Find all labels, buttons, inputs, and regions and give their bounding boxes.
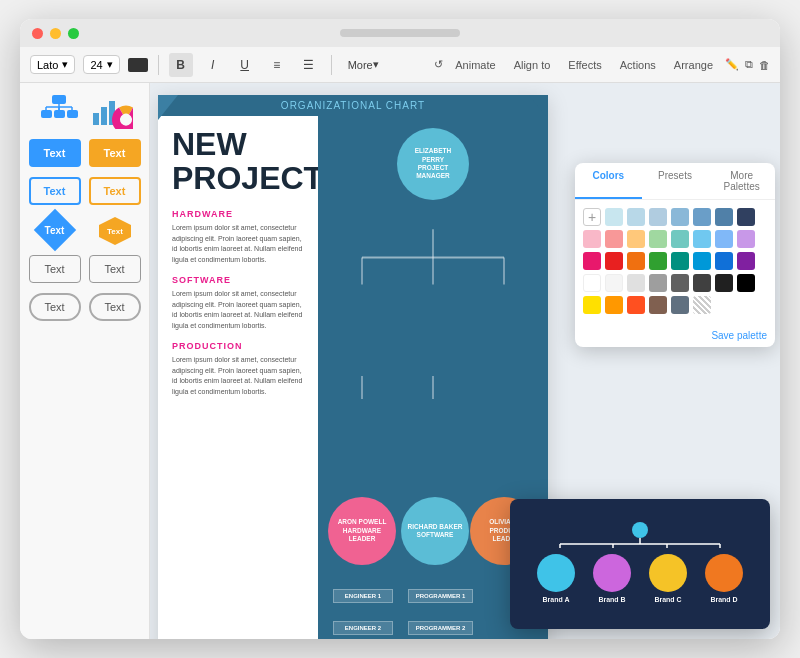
- shape-text-blue-outline-1[interactable]: Text: [29, 177, 81, 205]
- shape-text-plain-1[interactable]: Text: [29, 255, 81, 283]
- color-swatch-0-6[interactable]: [715, 208, 733, 226]
- color-swatch-2-0[interactable]: [583, 252, 601, 270]
- color-swatch-1-5[interactable]: [693, 230, 711, 248]
- color-swatch-4-0[interactable]: [583, 296, 601, 314]
- shape-text-circle-2[interactable]: Text: [89, 293, 141, 321]
- org-node-hardware: ARON POWELLHARDWARELEADER: [328, 497, 396, 565]
- canvas-area[interactable]: Organizational Chart NEW PROJECT HARDWAR…: [150, 83, 780, 639]
- color-swatch-3-7[interactable]: [737, 274, 755, 292]
- close-button[interactable]: [32, 28, 43, 39]
- more-button[interactable]: More ▾: [342, 53, 385, 77]
- underline-button[interactable]: U: [233, 53, 257, 77]
- shape-text-orange-outline-1[interactable]: Text: [89, 177, 141, 205]
- colors-tabs: Colors Presets More Palettes: [575, 163, 775, 200]
- color-swatch-2-5[interactable]: [693, 252, 711, 270]
- shape-hexagon[interactable]: Text: [89, 215, 141, 245]
- color-swatch-1-7[interactable]: [737, 230, 755, 248]
- preview-brand-c: Brand C: [649, 554, 687, 603]
- preview-nodes: Brand A Brand B Brand C Brand D: [537, 554, 743, 603]
- color-swatch-0-2[interactable]: [627, 208, 645, 226]
- font-selector[interactable]: Lato ▾: [30, 55, 75, 74]
- italic-button[interactable]: I: [201, 53, 225, 77]
- bold-button[interactable]: B: [169, 53, 193, 77]
- preview-card: Brand A Brand B Brand C Brand D: [510, 499, 770, 629]
- color-swatch-1-2[interactable]: [627, 230, 645, 248]
- colors-row-3: [583, 274, 767, 292]
- svg-rect-9: [93, 113, 99, 125]
- color-swatch-0-1[interactable]: [605, 208, 623, 226]
- bar-pie-chart-icon[interactable]: [89, 93, 133, 129]
- color-swatch-3-2[interactable]: [627, 274, 645, 292]
- color-swatch-3-5[interactable]: [693, 274, 711, 292]
- animate-button[interactable]: Animate: [449, 57, 501, 73]
- color-swatch[interactable]: [128, 58, 148, 72]
- color-swatch-4-2[interactable]: [627, 296, 645, 314]
- svg-rect-0: [52, 95, 66, 104]
- color-swatch-1-0[interactable]: [583, 230, 601, 248]
- svg-rect-10: [101, 107, 107, 125]
- color-swatch-0-4[interactable]: [671, 208, 689, 226]
- color-swatch-2-3[interactable]: [649, 252, 667, 270]
- color-swatch-1-6[interactable]: [715, 230, 733, 248]
- sidebar: Text Text Text Text Text Text: [20, 83, 150, 639]
- tab-more-palettes[interactable]: More Palettes: [708, 163, 775, 199]
- align-center-button[interactable]: ☰: [297, 53, 321, 77]
- tab-presets[interactable]: Presets: [642, 163, 709, 199]
- pen-icon[interactable]: ✏️: [725, 58, 739, 71]
- toolbar-right: ↺ Animate Align to Effects Actions Arran…: [434, 57, 770, 73]
- color-swatch-4-3[interactable]: [649, 296, 667, 314]
- color-swatch-3-3[interactable]: [649, 274, 667, 292]
- effects-button[interactable]: Effects: [562, 57, 607, 73]
- color-swatch-3-6[interactable]: [715, 274, 733, 292]
- tab-colors[interactable]: Colors: [575, 163, 642, 199]
- colors-row-2: [583, 252, 767, 270]
- colors-grid: +: [575, 200, 775, 326]
- color-swatch-0-3[interactable]: [649, 208, 667, 226]
- shape-text-circle-1[interactable]: Text: [29, 293, 81, 321]
- actions-button[interactable]: Actions: [614, 57, 662, 73]
- color-swatch-2-2[interactable]: [627, 252, 645, 270]
- color-swatch-3-1[interactable]: [605, 274, 623, 292]
- align-to-button[interactable]: Align to: [508, 57, 557, 73]
- color-swatch-3-4[interactable]: [671, 274, 689, 292]
- preview-brand-a: Brand A: [537, 554, 575, 603]
- copy-icon[interactable]: ⧉: [745, 58, 753, 71]
- svg-rect-3: [67, 110, 78, 118]
- trash-icon[interactable]: 🗑: [759, 59, 770, 71]
- color-swatch-4-4[interactable]: [671, 296, 689, 314]
- maximize-button[interactable]: [68, 28, 79, 39]
- color-swatch-2-1[interactable]: [605, 252, 623, 270]
- colors-row-4: [583, 296, 767, 314]
- filled-shapes-row: Text Text: [28, 139, 141, 167]
- org-chart-icon[interactable]: [37, 93, 81, 129]
- colors-row-1: [583, 230, 767, 248]
- font-chevron-icon: ▾: [62, 58, 68, 71]
- color-swatch-transparent[interactable]: [693, 296, 711, 314]
- shape-text-orange-1[interactable]: Text: [89, 139, 141, 167]
- font-size-selector[interactable]: 24 ▾: [83, 55, 119, 74]
- app-window: Lato ▾ 24 ▾ B I U ≡ ☰ More ▾ ↺ Animate A…: [20, 19, 780, 639]
- color-swatch-2-6[interactable]: [715, 252, 733, 270]
- align-left-button[interactable]: ≡: [265, 53, 289, 77]
- color-swatch-1-4[interactable]: [671, 230, 689, 248]
- color-swatch-0-5[interactable]: [693, 208, 711, 226]
- font-name: Lato: [37, 59, 58, 71]
- add-color-button[interactable]: +: [583, 208, 601, 226]
- color-swatch-3-0[interactable]: [583, 274, 601, 292]
- slide-left-column: NEW PROJECT HARDWARE Lorem ipsum dolor s…: [158, 116, 318, 639]
- color-swatch-2-7[interactable]: [737, 252, 755, 270]
- org-box-engineer1: ENGINEER 1: [333, 589, 393, 603]
- color-swatch-4-1[interactable]: [605, 296, 623, 314]
- plain-shapes-row-1: Text Text: [28, 255, 141, 283]
- color-swatch-0-7[interactable]: [737, 208, 755, 226]
- shape-text-plain-2[interactable]: Text: [89, 255, 141, 283]
- minimize-button[interactable]: [50, 28, 61, 39]
- color-swatch-1-3[interactable]: [649, 230, 667, 248]
- save-palette-link[interactable]: Save palette: [575, 326, 775, 347]
- colors-row-0: +: [583, 208, 767, 226]
- shape-text-blue-1[interactable]: Text: [29, 139, 81, 167]
- arrange-button[interactable]: Arrange: [668, 57, 719, 73]
- color-swatch-2-4[interactable]: [671, 252, 689, 270]
- shape-diamond[interactable]: Text: [29, 215, 81, 245]
- color-swatch-1-1[interactable]: [605, 230, 623, 248]
